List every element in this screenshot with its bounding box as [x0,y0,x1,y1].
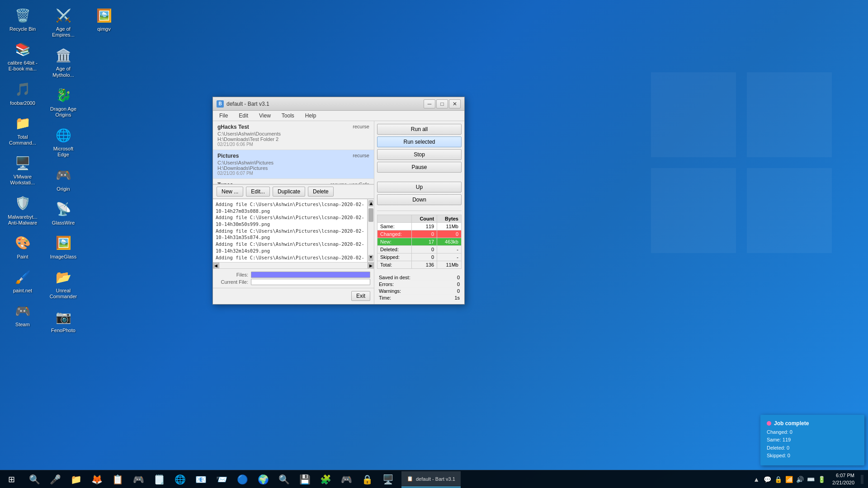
notification-line-0: Changed: 0 [767,428,858,436]
tray-battery-icon[interactable]: 🔋 [817,475,826,484]
stats-row-total: Total: 136 11Mb [377,261,462,269]
desktop-icon-glasswire[interactable]: 📡 GlassWire [45,198,81,228]
scroll-left-arrow[interactable]: ◀ [213,263,219,268]
desktop-icon-qimgv[interactable]: 🖼️ qimgv [86,5,122,34]
warnings-label: Warnings: [379,288,401,294]
taskbar-outlook-icon[interactable]: 📨 [212,470,231,488]
fenophoto-icon: 📷 [54,308,72,326]
taskbar-firefox-icon[interactable]: 🦊 [87,470,107,488]
desktop-icon-imageglass[interactable]: 🖼️ ImageGlass [45,232,81,262]
start-button[interactable]: ⊞ [0,470,23,488]
stats-changed-label: Changed: [377,230,412,238]
tray-lock-icon[interactable]: 🔒 [774,475,783,484]
log-area: Adding file C:\Users\Ashwin\Pictures\lcs… [213,199,374,262]
taskbar-ie-icon[interactable]: 🔵 [232,470,252,488]
desktop-icon-microsoft-edge[interactable]: 🌐 Microsoft Edge [45,124,81,160]
desktop-icon-paintnet[interactable]: 🖌️ paint.net [5,266,41,296]
stats-skipped-bytes: - [437,253,462,261]
vmware-icon: 🖥️ [14,154,32,172]
system-clock[interactable]: 6:07 PM 2/21/2020 [830,471,857,487]
taskbar-settings-icon[interactable]: 🖥️ [378,470,398,488]
run-all-button[interactable]: Run all [377,124,462,135]
menu-edit[interactable]: Edit [236,112,251,120]
desktop-icon-unreal-commander[interactable]: 📂 Unreal Commander [45,266,81,301]
up-button[interactable]: Up [377,182,462,192]
taskbar-app-bart-icon: 📋 [407,476,413,482]
desktop-icon-origin[interactable]: 🎮 Origin [45,164,81,194]
taskbar-cmd-icon[interactable]: 📋 [108,470,127,488]
taskbar-mail-icon[interactable]: 📧 [191,470,211,488]
horizontal-scrollbar[interactable]: ◀ ▶ [213,262,374,268]
desktop-icon-paint[interactable]: 🎨 Paint [5,232,41,262]
taskbar-addon-icon[interactable]: 🧩 [316,470,335,488]
menu-help[interactable]: Help [302,112,319,120]
job-item-ghacks[interactable]: gHacks Test recurse C:\Users\Ashwin\Docu… [213,121,374,150]
saved-in-dest-value: 0 [457,275,460,280]
taskbar-notepad-icon[interactable]: 🗒️ [149,470,169,488]
log-scrollbar[interactable]: ▲ ▼ [368,199,374,262]
tray-arrow-icon[interactable]: ▲ [752,475,761,484]
desktop-icon-dragon-age[interactable]: 🐉 Dragon Age Origins [45,84,81,120]
job-item-tunes[interactable]: Tunes recurse, verySafe F:\Music H:\Musi… [213,179,374,184]
files-label: Files: [217,272,248,277]
taskbar-cortana-icon[interactable]: 🎤 [45,470,65,488]
exit-button[interactable]: Exit [351,291,370,301]
taskbar-search-icon[interactable]: 🔍 [24,470,44,488]
desktop-icon-calibre[interactable]: 📚 calibre 64bit - E-book ma... [5,38,41,74]
stats-total-bytes: 11Mb [437,261,462,269]
desktop-icon-total-commander[interactable]: 📁 Total Command... [5,113,41,148]
menu-tools[interactable]: Tools [279,112,297,120]
scrollbar-down-arrow: ▼ [368,255,373,261]
desktop-icon-foobar[interactable]: 🎵 foobar2000 [5,79,41,108]
desktop-icon-recycle-bin[interactable]: 🗑️ Recycle Bin [5,5,41,34]
stats-extra: Saved in dest: 0 Errors: 0 Warnings: 0 T… [377,274,462,301]
duplicate-button[interactable]: Duplicate [273,187,305,197]
stats-row-deleted: Deleted: 0 - [377,246,462,253]
run-selected-button[interactable]: Run selected [377,136,462,147]
tray-network-icon[interactable]: 📶 [784,475,793,484]
stop-button[interactable]: Stop [377,149,462,160]
tray-chat-icon[interactable]: 💬 [763,475,772,484]
notification-title-text: Job complete [774,420,809,427]
desktop-icon-malwarebytes[interactable]: 🛡️ Malwarebyt... Anti-Malware [5,192,41,228]
edit-button[interactable]: Edit... [246,187,270,197]
desktop-icon-age-of-mythology[interactable]: 🏛️ Age of Mytholо... [45,44,81,80]
window-interior: gHacks Test recurse C:\Users\Ashwin\Docu… [213,121,464,304]
job-source-ghacks: C:\Users\Ashwin\Documents [217,131,369,136]
scrollbar-thumb[interactable] [368,208,373,222]
taskbar-security-icon[interactable]: 🔒 [357,470,377,488]
pause-button[interactable]: Pause [377,162,462,173]
desktop-icon-steam[interactable]: 🎮 Steam [5,300,41,329]
show-desktop-button[interactable] [861,475,863,484]
menu-file[interactable]: File [217,112,231,120]
tray-keyboard-icon[interactable]: ⌨️ [806,475,815,484]
tray-volume-icon[interactable]: 🔊 [795,475,804,484]
new-button[interactable]: New ... [217,187,243,197]
minimize-button[interactable]: ─ [424,99,435,108]
taskbar-edge-icon[interactable]: 🌐 [170,470,190,488]
maximize-button[interactable]: □ [436,99,448,108]
delete-button[interactable]: Delete [308,187,334,197]
taskbar-maps-icon[interactable]: 🌍 [253,470,273,488]
fenophoto-label: FenoPhoto [51,328,75,333]
taskbar-game-icon[interactable]: 🎮 [336,470,356,488]
taskbar-pinned-icons: 🔍 🎤 📁 🦊 📋 🎮 🗒️ 🌐 📧 📨 🔵 🌍 🔍 💾 🧩 🎮 🔒 🖥️ [23,470,400,488]
desktop-icon-age-of-empires[interactable]: ⚔️ Age of Empires... [45,5,81,40]
stats-changed-count: 0 [412,230,437,238]
down-button[interactable]: Down [377,194,462,205]
taskbar-app-bart[interactable]: 📋 default - Bart v3.1 [401,471,461,488]
stats-total-label: Total: [377,261,412,269]
job-name-pictures: Pictures [217,153,239,159]
taskbar-ftp-icon[interactable]: 💾 [295,470,315,488]
desktop-icon-vmware[interactable]: 🖥️ VMware Workstati... [5,152,41,188]
foobar-label: foobar2000 [10,100,35,106]
menu-view[interactable]: View [256,112,274,120]
foobar-icon: 🎵 [14,80,32,99]
scroll-right-arrow[interactable]: ▶ [368,263,374,268]
taskbar-search2-icon[interactable]: 🔍 [274,470,294,488]
job-item-pictures[interactable]: Pictures recurse C:\Users\Ashwin\Picture… [213,150,374,179]
close-button[interactable]: ✕ [449,99,461,108]
taskbar-steam-icon[interactable]: 🎮 [128,470,148,488]
desktop-icon-fenophoto[interactable]: 📷 FenoPhoto [45,306,81,335]
taskbar-file-explorer-icon[interactable]: 📁 [66,470,86,488]
